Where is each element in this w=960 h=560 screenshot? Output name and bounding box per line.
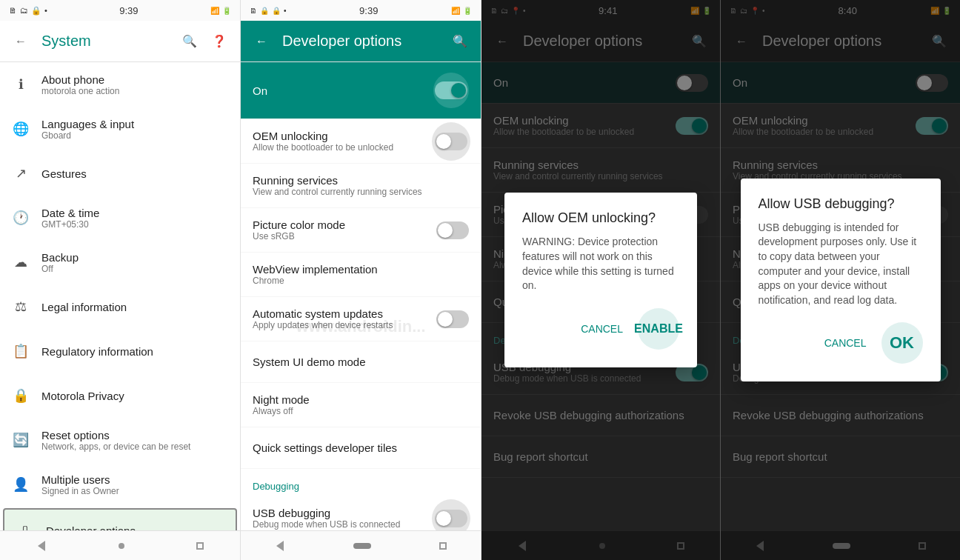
search-button-mid[interactable]: 🔍 (451, 33, 469, 50)
sidebar-label-legal: Legal information (41, 301, 127, 313)
sidebar-sub-users: Signed in as Owner (41, 486, 119, 496)
auto-updates-title: Automatic system updates (253, 307, 436, 320)
legal-icon: ⚖ (12, 298, 30, 316)
status-bar-left: 🗎 🗂 🔒 • 9:39 📶 🔋 (0, 0, 240, 21)
sidebar-label-language: Languages & input (41, 118, 134, 130)
on-toggle-row[interactable]: On (241, 62, 481, 119)
sidebar-item-backup[interactable]: ☁ Backup Off (0, 240, 240, 284)
picture-color-item[interactable]: Picture color mode Use sRGB (241, 208, 481, 253)
quick-settings-title: Quick settings developer tiles (253, 441, 469, 454)
usb-debug-item[interactable]: USB debugging Debug mode when USB is con… (241, 496, 481, 530)
oem-toggle-circle (432, 122, 470, 161)
sidebar-list: ℹ About phone motorola one action 🌐 Lang… (0, 62, 240, 530)
webview-item[interactable]: WebView implementation Chrome (241, 253, 481, 297)
webview-title: WebView implementation (253, 263, 469, 276)
oem-cancel-button[interactable]: Cancel (572, 308, 632, 350)
on-toggle-circle (433, 73, 469, 108)
usb-ok-button[interactable]: OK (881, 322, 923, 364)
sidebar-label-regulatory: Regulatory information (41, 345, 153, 358)
regulatory-icon: 📋 (12, 342, 30, 360)
oem-dialog: Allow OEM unlocking? WARNING: Device pro… (504, 193, 697, 367)
sidebar-item-reset[interactable]: 🔄 Reset options Network, apps, or device… (0, 418, 240, 462)
dev-options-title: Developer options (282, 33, 439, 50)
usb-toggle-circle (432, 499, 470, 531)
notification-icons: 🗎 🗂 🔒 • (9, 6, 47, 16)
reset-icon: 🔄 (12, 431, 30, 449)
running-services-item[interactable]: Running services View and control curren… (241, 164, 481, 208)
usb-cancel-button[interactable]: Cancel (816, 331, 876, 355)
recents-nav-mid[interactable] (439, 542, 447, 550)
quick-settings-item[interactable]: Quick settings developer tiles (241, 427, 481, 469)
oem-enable-button[interactable]: Enable (625, 316, 692, 341)
usb-dialog-overlay: Allow USB debugging? USB debugging is in… (721, 0, 960, 560)
sidebar-item-datetime[interactable]: 🕐 Date & time GMT+05:30 (0, 196, 240, 240)
pic-track (436, 221, 469, 239)
picture-color-sub: Use sRGB (253, 231, 436, 241)
sidebar-item-privacy[interactable]: 🔒 Motorola Privacy (0, 373, 240, 418)
usb-dialog-body: USB debugging is intended for developmen… (759, 221, 923, 308)
auto-updates-toggle[interactable] (436, 310, 469, 328)
on-toggle-track (435, 81, 467, 99)
oem-dialog-overlay: Allow OEM unlocking? WARNING: Device pro… (481, 0, 720, 560)
sidebar-item-language[interactable]: 🌐 Languages & input Gboard (0, 107, 240, 151)
auto-updates-sub: Apply updates when device restarts (253, 320, 436, 330)
dev-items-list: OEM unlocking Allow the bootloader to be… (241, 119, 481, 530)
time-left: 9:39 (119, 5, 138, 16)
developer-options-panel-oem: 🗎🗂📍• 9:41 📶🔋 ← Developer options 🔍 On OE… (481, 0, 721, 560)
back-button-left[interactable]: ← (12, 33, 30, 50)
usb-toggle[interactable] (435, 510, 467, 527)
info-icon: ℹ (12, 76, 30, 93)
sidebar-label-privacy: Motorola Privacy (41, 390, 124, 402)
home-nav-mid[interactable] (353, 543, 371, 549)
users-icon: 👤 (12, 476, 30, 493)
recents-nav[interactable] (196, 542, 204, 550)
usb-track (435, 510, 467, 527)
sidebar-item-users[interactable]: 👤 Multiple users Signed in as Owner (0, 462, 240, 507)
back-nav-mid[interactable] (276, 541, 284, 551)
oem-track (435, 133, 467, 150)
notif-icons-mid: 🗎🔒🔒• (250, 7, 287, 15)
back-nav[interactable] (38, 541, 45, 551)
system-icons-left: 📶 🔋 (210, 7, 231, 15)
help-button-left[interactable]: ❓ (210, 33, 228, 50)
sidebar-label-developer: Developer options (46, 524, 136, 531)
usb-dialog-title: Allow USB debugging? (759, 196, 923, 212)
nav-bar-left (0, 530, 240, 560)
running-services-sub: View and control currently running servi… (253, 187, 469, 197)
on-toggle[interactable] (435, 81, 467, 99)
oem-dialog-buttons: Cancel Enable (522, 308, 679, 350)
oem-unlocking-item[interactable]: OEM unlocking Allow the bootloader to be… (241, 119, 481, 164)
au-track (436, 310, 469, 328)
night-mode-title: Night mode (253, 393, 469, 406)
sidebar-label-reset: Reset options (41, 429, 190, 441)
oem-enable-circle: Enable (638, 308, 679, 350)
sidebar-sub-about: motorola one action (41, 86, 119, 96)
privacy-icon: 🔒 (12, 387, 30, 404)
sidebar-item-developer[interactable]: {} Developer options (3, 508, 237, 530)
sidebar-item-gestures[interactable]: ↗ Gestures (0, 151, 240, 196)
night-mode-item[interactable]: Night mode Always off (241, 383, 481, 427)
au-thumb (438, 312, 453, 327)
pic-thumb (438, 223, 453, 238)
home-nav[interactable] (119, 543, 124, 549)
night-mode-sub: Always off (253, 406, 469, 416)
oem-dialog-body: WARNING: Device protection features will… (522, 235, 679, 293)
app-bar-mid: ← Developer options 🔍 (241, 21, 481, 62)
sidebar-item-regulatory[interactable]: 📋 Regulatory information (0, 329, 240, 373)
on-toggle-thumb (451, 83, 466, 98)
running-services-title: Running services (253, 174, 469, 187)
nav-bar-mid (241, 530, 481, 560)
back-button-mid[interactable]: ← (253, 33, 270, 50)
sidebar-item-legal[interactable]: ⚖ Legal information (0, 284, 240, 329)
system-ui-item[interactable]: System UI demo mode (241, 341, 481, 383)
search-button-left[interactable]: 🔍 (181, 33, 199, 50)
picture-color-toggle[interactable] (436, 221, 469, 239)
sidebar-item-about[interactable]: ℹ About phone motorola one action (0, 62, 240, 107)
backup-icon: ☁ (12, 253, 30, 271)
auto-updates-item[interactable]: Automatic system updates Apply updates w… (241, 297, 481, 341)
sidebar-label-about: About phone (41, 73, 119, 86)
oem-thumb (436, 134, 451, 149)
oem-toggle[interactable] (435, 133, 467, 150)
system-title: System (41, 33, 169, 50)
sidebar-sub-language: Gboard (41, 130, 134, 141)
